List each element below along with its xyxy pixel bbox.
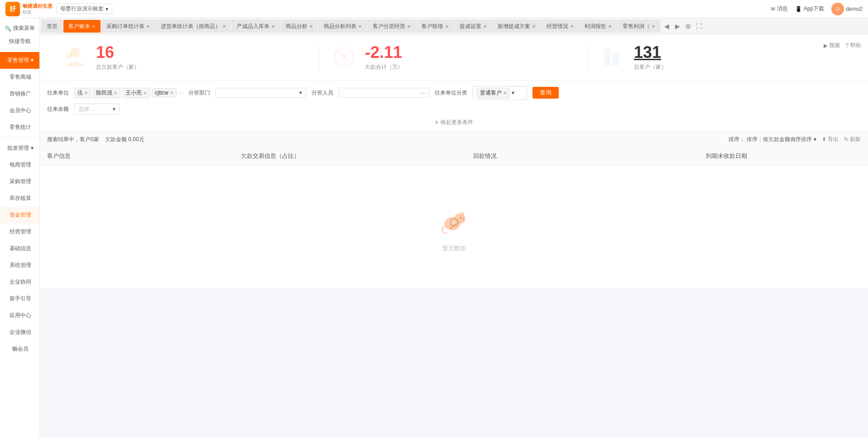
svg-point-1 xyxy=(66,53,72,60)
tab-promo-settings[interactable]: 提成设置 ✕ xyxy=(455,20,492,33)
sidebar-item-retail-stats[interactable]: 零售统计 xyxy=(0,119,39,136)
filter-unit-label: 往来单位 xyxy=(47,89,69,97)
collapse-btn[interactable]: ∧ 收起更多条件 xyxy=(435,119,473,126)
stat-value-2: -2.11 xyxy=(365,43,403,62)
remove-tag-unit-3[interactable]: ✕ xyxy=(143,90,147,95)
col-header-date: 到期未收款日期 xyxy=(706,152,861,160)
close-tab-customer-accounts[interactable]: ✕ xyxy=(92,24,96,29)
user-avatar-area[interactable]: D demo2 xyxy=(831,3,863,15)
stat-total-debt-amount: ¥ -2.11 欠款合计（万） xyxy=(320,43,589,71)
col-header-customer: 客户信息 xyxy=(47,152,241,160)
video-btn[interactable]: ▶ 视频 xyxy=(824,42,840,49)
table-header: 客户信息 欠款交易信息（占比） 回款情况 到期未收款日期 xyxy=(40,147,868,165)
filter-person-select[interactable]: ··· xyxy=(339,88,429,98)
sidebar-item-finance-mgmt[interactable]: 资金管理 xyxy=(0,207,39,223)
close-tab-product-analysis[interactable]: ✕ xyxy=(309,24,313,29)
sidebar-item-system-mgmt[interactable]: 系统管理 xyxy=(0,257,39,274)
tab-customer-accounts[interactable]: 客户账本 ✕ xyxy=(63,20,101,33)
tab-new-promo-plan[interactable]: 新增提成方案 ✕ xyxy=(493,20,541,33)
app-download-btn[interactable]: 📱 App下载 xyxy=(795,5,824,13)
close-tab-business-status[interactable]: ✕ xyxy=(570,24,574,29)
sidebar-item-wholesale-mgmt[interactable]: 批发管理 ▾ xyxy=(0,140,39,157)
tab-nav-prev[interactable]: ◀ xyxy=(662,22,671,31)
sidebar-item-purchase-mgmt[interactable]: 采购管理 xyxy=(0,173,39,190)
quick-nav-btn[interactable]: 快捷导航 xyxy=(0,35,39,48)
close-tab-inventory-stats[interactable]: ✕ xyxy=(222,24,226,29)
filter-category-select[interactable]: 普通客户 ✕ ▾ xyxy=(473,86,527,100)
chevron-down-icon-person: ··· xyxy=(421,90,425,96)
col-header-debt: 欠款交易信息（占比） xyxy=(241,152,473,160)
stats-banner-actions: ▶ 视频 ? 帮助 xyxy=(824,42,861,49)
close-tab-customer-segment[interactable]: ✕ xyxy=(407,24,411,29)
close-tab-new-promo-plan[interactable]: ✕ xyxy=(532,24,536,29)
tab-product-inbound[interactable]: 产成品入库单 ✕ xyxy=(232,20,280,33)
close-tab-profit-report[interactable]: ✕ xyxy=(608,24,612,29)
tab-business-status[interactable]: 经营情况 ✕ xyxy=(542,20,579,33)
svg-point-15 xyxy=(451,219,456,224)
refresh-btn[interactable]: ↻ 刷新 xyxy=(844,136,861,143)
logo-text: 畅捷通好生意 标版 xyxy=(23,3,53,15)
stats-banner: ▶ 视频 ? 帮助 1 xyxy=(40,34,868,81)
top-bar: 好 畅捷通好生意 标版 母婴行业演示账套 ▾ ✉ 消息 📱 App下载 D de… xyxy=(0,0,868,18)
sidebar-item-app-center[interactable]: 应用中心 xyxy=(0,307,39,324)
help-btn[interactable]: ? 帮助 xyxy=(845,42,861,49)
tab-customer-contact[interactable]: 客户联络 ✕ xyxy=(417,20,454,33)
filter-balance-select[interactable]: 选择... ▾ xyxy=(74,104,120,115)
tab-home[interactable]: 首页 xyxy=(42,20,62,33)
sidebar-item-retail-mall[interactable]: 零售商城 xyxy=(0,69,39,86)
sidebar-item-enterprise-wechat[interactable]: 企业微信 xyxy=(0,324,39,341)
sidebar-top: 🔍 搜索菜单 快捷导航 xyxy=(0,18,39,52)
sidebar-item-ecommerce-mgmt[interactable]: 电商管理 xyxy=(0,157,39,173)
message-btn[interactable]: ✉ 消息 xyxy=(771,5,788,13)
tab-nav-menu[interactable]: ⊞ xyxy=(684,22,693,31)
filter-dept-label: 分管部门 xyxy=(188,89,210,97)
tab-fullscreen[interactable]: ⛶ xyxy=(695,22,704,31)
sort-select[interactable]: 排序： 排序：按欠款金额倒序排序 ▾ xyxy=(729,136,816,143)
filter-unit-tags: 伍 ✕ 陈民强 ✕ 王小亮 ✕ cjttcw ✕ xyxy=(74,88,183,98)
stat-label-3: 总客户（家） xyxy=(634,63,667,71)
tab-customer-segment[interactable]: 客户分层经营 ✕ xyxy=(368,20,416,33)
close-tab-customer-contact[interactable]: ✕ xyxy=(445,24,449,29)
close-tab-retail-profit[interactable]: ✕ xyxy=(652,24,655,29)
sidebar-item-member-center[interactable]: 会员中心 xyxy=(0,102,39,119)
tab-retail-profit[interactable]: 零售利润（ ✕ xyxy=(618,20,660,33)
filter-tag-unit-1: 伍 ✕ xyxy=(74,88,91,98)
close-tab-promo-settings[interactable]: ✕ xyxy=(483,24,487,29)
export-btn[interactable]: ⬆ 导出 xyxy=(822,136,839,143)
close-tab-purchase-order-stats[interactable]: ✕ xyxy=(146,24,150,29)
sidebar-item-inventory-check[interactable]: 库存核算 xyxy=(0,190,39,207)
remove-tag-unit-1[interactable]: ✕ xyxy=(84,90,88,95)
stat-label-2: 欠款合计（万） xyxy=(365,63,403,71)
sort-label: 排序： xyxy=(729,136,745,143)
remove-tag-unit-4[interactable]: ✕ xyxy=(170,90,173,95)
account-dropdown[interactable]: 母婴行业演示账套 ▾ xyxy=(56,4,112,14)
sidebar-item-enterprise-collab[interactable]: 企业协同 xyxy=(0,274,39,290)
stat-value-1: 16 xyxy=(96,43,139,62)
close-tab-product-analysis-list[interactable]: ✕ xyxy=(358,24,362,29)
filter-dept-select[interactable]: ▾ xyxy=(216,88,306,98)
close-tab-product-inbound[interactable]: ✕ xyxy=(271,24,275,29)
filter-tag-category: 普通客户 ✕ xyxy=(477,88,510,98)
sidebar-item-new-guide[interactable]: 新手引导 xyxy=(0,290,39,307)
tab-purchase-order-stats[interactable]: 采购订单统计表 ✕ xyxy=(101,20,155,33)
tab-inventory-stats[interactable]: 进货单统计表（按商品） ✕ xyxy=(156,20,231,33)
tab-bar: 首页 客户账本 ✕ 采购订单统计表 ✕ 进货单统计表（按商品） ✕ 产成品入库单… xyxy=(40,18,868,34)
remove-tag-category[interactable]: ✕ xyxy=(503,90,507,95)
sidebar-item-basic-info[interactable]: 基础信息 xyxy=(0,240,39,257)
tab-nav-next[interactable]: ▶ xyxy=(673,22,682,31)
sidebar-item-marketing[interactable]: 营销推广 xyxy=(0,86,39,102)
sidebar-item-operations-mgmt[interactable]: 经营管理 xyxy=(0,223,39,240)
top-bar-right: ✉ 消息 📱 App下载 D demo2 xyxy=(771,3,863,15)
stat-total-customers: 131 总客户（家） xyxy=(589,43,857,71)
sidebar-item-member-benefit[interactable]: 畅会员 xyxy=(0,341,39,357)
svg-rect-5 xyxy=(612,53,619,66)
sidebar-item-retail-mgmt[interactable]: 零售管理 ▾ xyxy=(0,52,39,69)
remove-tag-unit-2[interactable]: ✕ xyxy=(114,90,117,95)
tab-profit-report[interactable]: 利润报告 ✕ xyxy=(580,20,617,33)
result-summary: 搜索结果中，客户0家 欠款金额 0.00元 xyxy=(47,136,144,143)
filter-more-btn[interactable]: ··· xyxy=(178,90,183,96)
tab-product-analysis-list[interactable]: 商品分析列表 ✕ xyxy=(319,20,367,33)
tab-product-analysis[interactable]: 商品分析 ✕ xyxy=(281,20,318,33)
sidebar-search-btn[interactable]: 🔍 搜索菜单 xyxy=(0,22,39,35)
search-button[interactable]: 查询 xyxy=(532,87,559,99)
